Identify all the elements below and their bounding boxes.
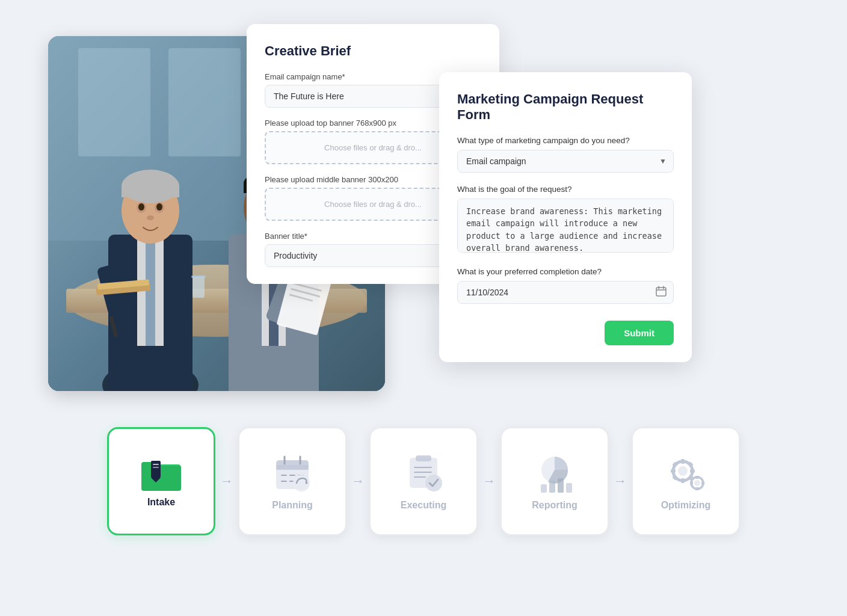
svg-rect-13 bbox=[122, 185, 179, 197]
svg-rect-3 bbox=[168, 48, 241, 156]
top-banner-placeholder: Choose files or drag & dro... bbox=[324, 143, 422, 152]
svg-point-74 bbox=[678, 466, 688, 476]
svg-rect-71 bbox=[558, 478, 564, 493]
svg-point-84 bbox=[694, 480, 700, 486]
svg-point-16 bbox=[138, 203, 144, 211]
svg-rect-78 bbox=[690, 469, 695, 473]
svg-rect-76 bbox=[681, 478, 685, 483]
arrow-2: → bbox=[351, 473, 365, 489]
executing-label: Executing bbox=[401, 500, 446, 511]
svg-rect-70 bbox=[549, 481, 555, 493]
submit-button[interactable]: Submit bbox=[605, 321, 674, 345]
completion-date-input[interactable] bbox=[457, 281, 674, 304]
completion-date-group: What is your preferred completion date? bbox=[457, 267, 674, 304]
workflow-step-reporting[interactable]: Reporting bbox=[500, 427, 609, 535]
workflow-step-intake[interactable]: Intake bbox=[107, 427, 215, 535]
goal-textarea[interactable]: Increase brand awareness: This marketing… bbox=[457, 199, 674, 253]
planning-label: Planning bbox=[272, 500, 313, 511]
marketing-form-card: Marketing Campaign Request Form What typ… bbox=[439, 72, 692, 362]
svg-rect-72 bbox=[566, 483, 572, 493]
svg-rect-48 bbox=[153, 464, 159, 465]
svg-rect-86 bbox=[695, 487, 699, 490]
planning-icon bbox=[271, 452, 313, 494]
page-container: Creative Brief Email campaign name* Plea… bbox=[0, 0, 847, 616]
workflow-step-planning[interactable]: Planning bbox=[238, 427, 346, 535]
middle-banner-placeholder: Choose files or drag & dro... bbox=[324, 200, 422, 209]
svg-rect-52 bbox=[276, 465, 309, 470]
goal-group: What is the goal of the request? Increas… bbox=[457, 185, 674, 255]
optimizing-icon bbox=[665, 452, 707, 494]
completion-date-question: What is your preferred completion date? bbox=[457, 267, 674, 276]
svg-rect-75 bbox=[681, 459, 685, 464]
workflow-step-executing[interactable]: Executing bbox=[369, 427, 478, 535]
arrow-3: → bbox=[482, 473, 496, 489]
top-section: Creative Brief Email campaign name* Plea… bbox=[48, 24, 799, 397]
optimizing-label: Optimizing bbox=[661, 500, 711, 511]
svg-rect-54 bbox=[289, 475, 295, 476]
submit-section: Submit bbox=[457, 316, 674, 345]
campaign-type-group: What type of marketing campaign do you n… bbox=[457, 136, 674, 173]
svg-rect-87 bbox=[690, 481, 693, 485]
arrow-4: → bbox=[614, 473, 627, 489]
svg-point-18 bbox=[147, 215, 154, 220]
svg-rect-69 bbox=[541, 484, 547, 493]
campaign-type-select[interactable]: Email campaign Social media campaign Dis… bbox=[457, 150, 674, 173]
svg-point-17 bbox=[156, 203, 162, 211]
workflow-step-optimizing[interactable]: Optimizing bbox=[632, 427, 740, 535]
intake-icon bbox=[140, 455, 182, 491]
reporting-label: Reporting bbox=[532, 500, 578, 511]
svg-rect-2 bbox=[78, 48, 150, 156]
svg-rect-77 bbox=[671, 469, 676, 473]
executing-icon bbox=[402, 452, 445, 494]
svg-rect-53 bbox=[281, 475, 287, 476]
reporting-icon bbox=[534, 452, 576, 494]
arrow-1: → bbox=[220, 473, 233, 489]
svg-rect-10 bbox=[146, 238, 155, 346]
campaign-type-question: What type of marketing campaign do you n… bbox=[457, 136, 674, 145]
svg-rect-56 bbox=[281, 481, 287, 482]
svg-rect-88 bbox=[701, 481, 704, 485]
creative-brief-title: Creative Brief bbox=[265, 43, 481, 59]
intake-label: Intake bbox=[147, 497, 175, 508]
svg-point-67 bbox=[425, 475, 442, 491]
goal-question: What is the goal of the request? bbox=[457, 185, 674, 194]
svg-rect-49 bbox=[153, 467, 159, 468]
campaign-type-select-wrapper: Email campaign Social media campaign Dis… bbox=[457, 150, 674, 173]
svg-rect-46 bbox=[151, 461, 161, 478]
workflow-section: Intake → bbox=[48, 427, 799, 535]
svg-rect-85 bbox=[695, 476, 699, 479]
svg-rect-63 bbox=[416, 455, 431, 461]
svg-rect-38 bbox=[191, 276, 206, 278]
svg-rect-37 bbox=[192, 277, 205, 298]
marketing-form-title: Marketing Campaign Request Form bbox=[457, 91, 674, 123]
date-wrapper bbox=[457, 281, 674, 304]
